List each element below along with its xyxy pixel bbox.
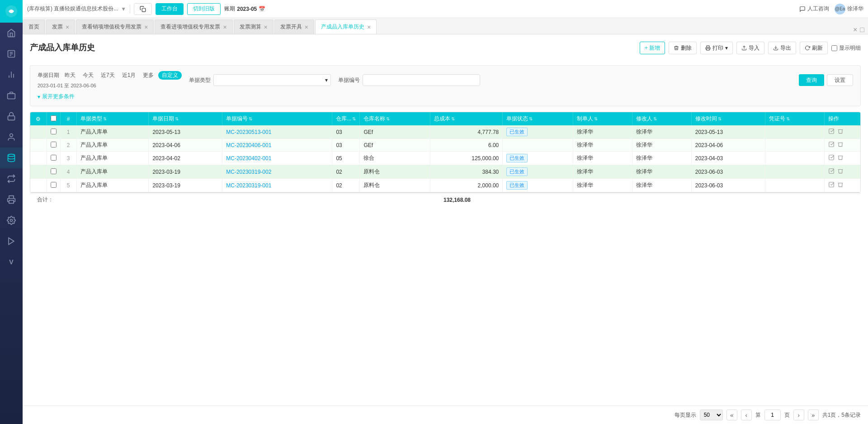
td-code[interactable]: MC-20230319-002 (222, 165, 332, 179)
shortcut-more[interactable]: 更多 (140, 71, 156, 80)
th-voucher[interactable]: 凭证号⇅ (765, 112, 824, 125)
tab-invoice-open-close[interactable]: × (305, 24, 308, 30)
td-checkbox[interactable] (47, 125, 60, 139)
code-link[interactable]: MC-20230319-001 (226, 182, 271, 189)
td-code[interactable]: MC-20230319-001 (222, 179, 332, 192)
edit-icon[interactable] (828, 181, 835, 189)
tab-vat-purchase-close[interactable]: × (223, 24, 226, 30)
last-page-btn[interactable]: » (808, 410, 819, 420)
row-checkbox[interactable] (51, 155, 57, 161)
code-link[interactable]: MC-20230402-001 (226, 155, 271, 162)
row-checkbox[interactable] (51, 142, 57, 148)
sidebar-item-home[interactable] (0, 23, 23, 43)
import-btn[interactable]: 导入 (736, 42, 764, 54)
tab-invoice[interactable]: 发票 × (46, 19, 75, 34)
delete-row-icon[interactable] (837, 141, 844, 149)
expand-filter-btn[interactable]: ▾ 展开更多条件 (38, 93, 853, 100)
sidebar-item-storage[interactable] (0, 148, 23, 168)
th-date[interactable]: 单据日期⇅ (149, 112, 222, 125)
th-modify-time[interactable]: 修改时间⇅ (691, 112, 765, 125)
user-info[interactable]: @Ea 徐泽华 (835, 4, 863, 14)
export-btn[interactable]: 导出 (768, 42, 796, 54)
delete-row-icon[interactable] (837, 181, 844, 189)
tab-invoice-calc-close[interactable]: × (264, 24, 268, 30)
per-page-select[interactable]: 50 100 200 (700, 410, 723, 420)
switch-version-btn[interactable]: 切到旧版 (187, 3, 221, 15)
tab-vat-sales-close[interactable]: × (144, 24, 148, 30)
sidebar-item-version[interactable]: V (0, 252, 23, 272)
edit-icon[interactable] (828, 141, 835, 149)
sidebar-item-goods[interactable] (0, 85, 23, 106)
shortcut-today[interactable]: 今天 (80, 71, 96, 80)
delete-row-icon[interactable] (837, 128, 844, 136)
new-btn[interactable]: + 新增 (640, 42, 665, 54)
th-code[interactable]: 单据编号⇅ (222, 112, 332, 125)
delete-btn[interactable]: 删除 (669, 42, 697, 54)
refresh-btn[interactable]: 刷新 (800, 42, 828, 54)
edit-icon[interactable] (828, 128, 835, 136)
sidebar-item-person[interactable] (0, 127, 23, 148)
select-all-checkbox[interactable] (51, 115, 57, 121)
th-checkbox[interactable] (47, 112, 60, 125)
print-btn[interactable]: 打印 ▾ (700, 42, 733, 54)
reset-btn[interactable]: 设置 (827, 74, 853, 86)
th-warehouse-name[interactable]: 仓库名称⇅ (360, 112, 430, 125)
sidebar-item-doc[interactable] (0, 43, 23, 64)
support-btn[interactable]: 人工咨询 (799, 5, 829, 13)
sidebar-item-lock[interactable] (0, 106, 23, 127)
delete-row-icon[interactable] (837, 168, 844, 176)
query-btn[interactable]: 查询 (799, 74, 824, 86)
copy-btn[interactable] (134, 3, 152, 15)
th-modifier[interactable]: 修改人⇅ (632, 112, 691, 125)
edit-icon[interactable] (828, 168, 835, 176)
sidebar-item-stamp[interactable] (0, 189, 23, 210)
th-status[interactable]: 单据状态⇅ (503, 112, 573, 125)
td-checkbox[interactable] (47, 165, 60, 179)
td-code[interactable]: MC-20230402-001 (222, 152, 332, 165)
sidebar-item-settings[interactable] (0, 210, 23, 231)
next-page-btn[interactable]: › (793, 410, 804, 420)
settings-icon[interactable]: ⚙ (36, 116, 41, 122)
td-checkbox[interactable] (47, 152, 60, 165)
td-code[interactable]: MC-20230406-001 (222, 139, 332, 152)
th-settings[interactable]: ⚙ (30, 112, 47, 125)
code-link[interactable]: MC-20230406-001 (226, 142, 271, 148)
td-checkbox[interactable] (47, 179, 60, 192)
show-detail-checkbox[interactable] (831, 45, 837, 51)
filter-type-select[interactable]: ▾ (213, 74, 331, 86)
tab-inventory-history-close[interactable]: × (367, 24, 371, 30)
calendar-icon[interactable]: 📅 (259, 6, 265, 12)
print-dropdown-icon[interactable]: ▾ (725, 45, 728, 51)
shortcut-7days[interactable]: 近7天 (98, 71, 118, 80)
td-checkbox[interactable] (47, 139, 60, 152)
close-all-tabs-btn[interactable]: × (853, 26, 857, 34)
first-page-btn[interactable]: « (726, 410, 737, 420)
tab-inventory-history[interactable]: 产成品入库单历史 × (315, 19, 377, 34)
row-checkbox[interactable] (51, 129, 57, 134)
edit-icon[interactable] (828, 154, 835, 162)
code-link[interactable]: MC-20230513-001 (226, 129, 271, 135)
page-number-input[interactable] (764, 410, 781, 420)
dropdown-icon[interactable]: ▼ (121, 6, 126, 12)
prev-page-btn[interactable]: ‹ (741, 410, 752, 420)
tab-home[interactable]: 首页 (23, 19, 45, 34)
th-warehouse-code[interactable]: 仓库...⇅ (332, 112, 360, 125)
show-detail-checkbox-label[interactable]: 显示明细 (831, 44, 861, 52)
sidebar-item-video[interactable] (0, 231, 23, 252)
code-link[interactable]: MC-20230319-002 (226, 169, 271, 175)
sidebar-item-flow[interactable] (0, 168, 23, 189)
tab-invoice-close[interactable]: × (66, 24, 69, 30)
shortcut-yesterday[interactable]: 昨天 (62, 71, 78, 80)
th-type[interactable]: 单据类型⇅ (76, 112, 149, 125)
tab-invoice-open[interactable]: 发票开具 × (274, 19, 314, 34)
sidebar-item-chart[interactable] (0, 64, 23, 85)
shortcut-1month[interactable]: 近1月 (119, 71, 139, 80)
td-code[interactable]: MC-20230513-001 (222, 125, 332, 139)
shortcut-custom[interactable]: 自定义 (158, 71, 182, 80)
tab-vat-purchase[interactable]: 查看进项增值税专用发票 × (155, 19, 232, 34)
workbench-btn[interactable]: 工作台 (156, 3, 184, 15)
th-creator[interactable]: 制单人⇅ (573, 112, 632, 125)
th-total-cost[interactable]: 总成本⇅ (430, 112, 503, 125)
tab-invoice-calc[interactable]: 发票测算 × (234, 19, 274, 34)
row-checkbox[interactable] (51, 168, 57, 174)
